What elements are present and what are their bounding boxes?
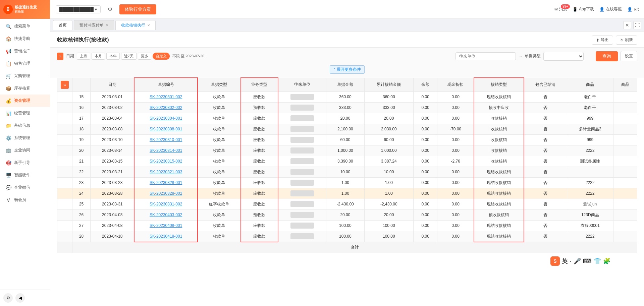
- docno-link[interactable]: SK-20230418-001: [150, 234, 182, 239]
- cell-gear: [57, 156, 72, 167]
- sidebar-item-marketing[interactable]: 📢营销推广: [0, 45, 50, 57]
- sidebar-item-wechat[interactable]: 💬企业微信: [0, 181, 50, 194]
- tab-payable[interactable]: 预付冲应付单 ✕: [74, 20, 114, 30]
- table-row: 27 2023-04-08 SK-20230408-001 收款单 应收款 ██…: [57, 220, 637, 231]
- sidebar-item-shortcut[interactable]: 🏠快捷导航: [0, 33, 50, 45]
- docno-link[interactable]: SK-20230310-001: [150, 137, 182, 142]
- tab-collection[interactable]: 收款核销执行 ✕: [115, 20, 156, 30]
- solution-button[interactable]: 体验行业方案: [119, 4, 156, 14]
- expand-more-btn[interactable]: ˅ 展开更多条件: [330, 65, 365, 74]
- docno-link[interactable]: SK-20230331-002: [150, 202, 182, 206]
- page-title: 收款核销执行(按收款): [57, 37, 109, 44]
- cell-goods2: [613, 91, 637, 102]
- sidebar-collapse-icon[interactable]: ◀: [15, 293, 25, 303]
- docno-link[interactable]: SK-20230328-001: [150, 180, 182, 185]
- docno-link[interactable]: SK-20230302-002: [150, 105, 182, 110]
- sidebar-item-hardware[interactable]: 🖥️智能硬件: [0, 169, 50, 181]
- date-btn-more[interactable]: 更多: [138, 53, 151, 60]
- table-row: 25 2023-03-31 SK-20230331-002 红字收款单 应收款 …: [57, 199, 637, 209]
- date-btn-thisyear[interactable]: 本年: [106, 53, 120, 60]
- sidebar-icon-guide: 🎯: [5, 160, 11, 166]
- message-button[interactable]: ✉ 消息 99+: [554, 6, 567, 12]
- online-service-button[interactable]: 👤 在线客服: [599, 6, 622, 12]
- cell-amount: 60.00: [326, 134, 364, 145]
- cell-gear: [57, 167, 72, 177]
- cell-partner: ████: [278, 102, 326, 113]
- cell-partner: ████: [278, 209, 326, 220]
- doctype-select[interactable]: [543, 52, 584, 61]
- cell-cumulative: 3,387.24: [364, 156, 414, 167]
- tab-payable-close[interactable]: ✕: [106, 23, 108, 27]
- org-selector[interactable]: ████████████ ▾: [56, 5, 101, 13]
- expand-col-button[interactable]: »: [61, 81, 69, 89]
- cell-gear: [57, 231, 72, 242]
- tab-close-all-btn[interactable]: ✕: [623, 21, 631, 29]
- sidebar-item-corp[interactable]: 🏢企业协同: [0, 144, 50, 157]
- cell-docno: SK-20230302-002: [134, 102, 197, 113]
- cell-doctype: 收款单: [198, 188, 241, 199]
- docno-link[interactable]: SK-20230308-001: [150, 127, 182, 131]
- user-menu[interactable]: 👤 Rit: [627, 7, 639, 12]
- export-button[interactable]: ⬆ 导出: [592, 36, 613, 45]
- cell-goods: 123D商品: [567, 209, 613, 220]
- sidebar-icon-system: ⚙️: [5, 135, 11, 141]
- cell-doctype: 红字收款单: [198, 199, 241, 209]
- query-button[interactable]: 查询: [596, 51, 618, 61]
- filter-expand-arrow[interactable]: »: [57, 53, 63, 60]
- docno-link[interactable]: SK-20230301-002: [150, 95, 182, 99]
- sidebar-icon-shortcut: 🏠: [5, 36, 11, 42]
- sidebar-label-marketing: 营销推广: [14, 48, 30, 54]
- date-btn-thismonth[interactable]: 本月: [92, 53, 105, 60]
- tab-maximize-btn[interactable]: ⛶: [633, 21, 641, 29]
- sidebar-item-finance[interactable]: 💰资金管理: [0, 95, 50, 107]
- docno-link[interactable]: SK-20230321-003: [150, 170, 182, 174]
- tab-collection-close[interactable]: ✕: [147, 23, 150, 27]
- cell-biztype: 应收款: [241, 134, 278, 145]
- sidebar-item-basic[interactable]: 📁基础信息: [0, 119, 50, 132]
- cell-balance: 0.00: [414, 145, 437, 156]
- sidebar-item-sales[interactable]: 📋销售管理: [0, 57, 50, 70]
- table-container: » 日期 单据编号 单据类型 业务类型 往来单位 单据金额 累计核销金额 余额 …: [50, 77, 644, 306]
- docno-link[interactable]: SK-20230408-001: [150, 223, 182, 228]
- docno-link[interactable]: SK-20230314-001: [150, 148, 182, 153]
- sidebar-item-member[interactable]: V畅会员: [0, 194, 50, 206]
- date-btn-last7[interactable]: 近7天: [121, 53, 137, 60]
- sidebar-item-search[interactable]: 🔍搜索菜单: [0, 20, 50, 33]
- cell-rownum: 25: [72, 199, 91, 209]
- cell-doctype: 收款单: [198, 124, 241, 134]
- cell-includebalance: 否: [524, 145, 567, 156]
- date-btn-lastmonth[interactable]: 上月: [77, 53, 90, 60]
- docno-link[interactable]: SK-20230328-002: [150, 191, 182, 196]
- cell-balance: 0.00: [414, 113, 437, 124]
- refresh-button[interactable]: ↻ 刷新: [616, 36, 637, 45]
- cell-partner: ████: [278, 134, 326, 145]
- docno-link[interactable]: SK-20230304-001: [150, 116, 182, 121]
- docno-link[interactable]: SK-20230315-002: [150, 159, 182, 164]
- sidebar-item-system[interactable]: ⚙️系统管理: [0, 132, 50, 144]
- cell-rownum: 17: [72, 113, 91, 124]
- sidebar-item-operation[interactable]: 📊经营管理: [0, 107, 50, 119]
- sidebar-icon-wechat: 💬: [5, 185, 11, 190]
- topbar-gear-icon[interactable]: ⚙: [105, 4, 115, 15]
- cell-goods: 2222: [567, 188, 613, 199]
- app-download-button[interactable]: 📱 App下载: [573, 6, 594, 12]
- settings-button[interactable]: 设置: [621, 51, 637, 61]
- doctype-filter-label: 单据类型: [525, 53, 541, 59]
- cell-biztype: 预收款: [241, 209, 278, 220]
- sidebar-label-finance: 资金管理: [14, 98, 30, 104]
- date-btn-custom[interactable]: 自定义: [153, 53, 170, 60]
- sidebar-item-inventory[interactable]: 📦库存核算: [0, 82, 50, 95]
- cell-biztype: 应收款: [241, 188, 278, 199]
- cell-goods2: [613, 167, 637, 177]
- docno-link[interactable]: SK-20230403-002: [150, 212, 182, 217]
- sidebar-label-hardware: 智能硬件: [14, 172, 30, 178]
- sidebar-item-guide[interactable]: 🎯新手引导: [0, 157, 50, 169]
- tab-home[interactable]: 首页: [53, 20, 72, 30]
- cell-goods: 2222: [567, 145, 613, 156]
- partner-input[interactable]: [455, 52, 516, 60]
- cell-docno: SK-20230301-002: [134, 91, 197, 102]
- cell-gear: [57, 209, 72, 220]
- sidebar-item-purchase[interactable]: 🛒采购管理: [0, 70, 50, 82]
- sidebar-settings-icon[interactable]: ⚙: [3, 293, 13, 303]
- cell-cashdisc: 0.00: [437, 102, 474, 113]
